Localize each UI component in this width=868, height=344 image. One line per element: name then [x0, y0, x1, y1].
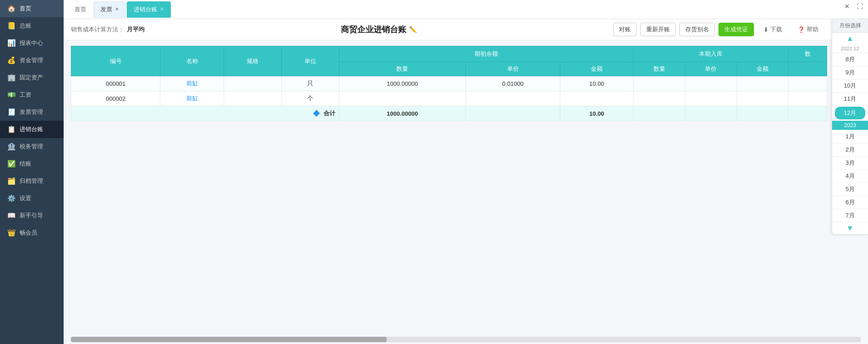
page-title: 商贸企业进销台账 ✏️ [341, 24, 417, 35]
month-7[interactable]: 7月 [832, 209, 868, 222]
tab-bar: 首页 发票 ✕ 进销台账 ✕ [64, 0, 868, 19]
row1-name-link[interactable]: 前缸 [186, 80, 198, 87]
sidebar-item-vip-label: 畅会员 [20, 229, 37, 237]
home-icon: 🏠 [7, 5, 16, 13]
sidebar-item-ledger[interactable]: 📒 总账 [0, 17, 64, 34]
total-extra [788, 106, 827, 121]
col-extra-header: 数 [788, 46, 827, 62]
cost-method-value: 月平均 [127, 25, 145, 34]
month-12[interactable]: 12月 [835, 107, 865, 120]
row1-ob-unit-price: 0.01000 [466, 76, 560, 91]
month-5[interactable]: 5月 [832, 183, 868, 196]
total-row: 🔷 合计 1000.00000 10.00 [71, 106, 827, 121]
col-spec-header: 规格 [224, 46, 282, 76]
col-ci-amount-header: 金额 [737, 62, 788, 76]
cost-method-label: 销售成本计算方法： [71, 25, 124, 34]
total-ob-quantity: 1000.00000 [339, 106, 466, 121]
sidebar-item-tax-label: 税务管理 [20, 143, 43, 151]
funds-icon: 💰 [7, 56, 16, 64]
month-panel-title: 月份选择 [832, 19, 868, 33]
close-account-icon: ✅ [7, 160, 16, 168]
scrollbar-thumb[interactable] [71, 337, 387, 342]
month-6[interactable]: 6月 [832, 196, 868, 209]
sidebar-item-close[interactable]: ✅ 结账 [0, 155, 64, 172]
tab-invoice[interactable]: 发票 ✕ [94, 1, 126, 18]
tab-home[interactable]: 首页 [68, 1, 93, 18]
row1-ob-amount: 10.00 [560, 76, 634, 91]
sidebar-item-tax[interactable]: 🏦 税务管理 [0, 138, 64, 155]
tab-invoice-close[interactable]: ✕ [115, 6, 119, 12]
close-window-button[interactable]: ✕ [843, 2, 852, 11]
sidebar-item-archive-label: 归档管理 [20, 177, 43, 185]
row1-ci-unit-price [685, 76, 737, 91]
guide-icon: 📖 [7, 211, 16, 220]
col-ob-unit-price-header: 单价 [466, 62, 560, 76]
tab-stock-ledger[interactable]: 进销台账 ✕ [127, 1, 171, 18]
col-unit-header: 单位 [281, 46, 339, 76]
row2-ob-quantity [339, 91, 466, 106]
sidebar-item-salary[interactable]: 💵 工资 [0, 86, 64, 103]
generate-voucher-button[interactable]: 生成凭证 [718, 23, 754, 36]
edit-title-icon[interactable]: ✏️ [409, 26, 417, 33]
total-ci-quantity [634, 106, 685, 121]
sidebar-item-home[interactable]: 🏠 首页 [0, 0, 64, 17]
content-area: 销售成本计算方法： 月平均 商贸企业进销台账 ✏️ 对账 重新开账 存货别名 生… [64, 19, 868, 344]
sidebar-item-invoice-mgmt[interactable]: 🧾 发票管理 [0, 103, 64, 121]
sidebar-item-stock-ledger[interactable]: 📋 进销台账 [0, 121, 64, 138]
month-9[interactable]: 9月 [832, 66, 868, 79]
sidebar-item-reports-label: 报表中心 [20, 39, 43, 47]
col-opening-balance-header: 期初余额 [339, 46, 634, 62]
total-ci-unit-price [685, 106, 737, 121]
sidebar-item-assets[interactable]: 🏢 固定资产 [0, 69, 64, 86]
month-3[interactable]: 3月 [832, 157, 868, 170]
sidebar-item-reports[interactable]: 📊 报表中心 [0, 34, 64, 52]
month-nav-down[interactable]: ▼ [832, 222, 868, 234]
sidebar-item-assets-label: 固定资产 [20, 74, 43, 82]
month-11[interactable]: 11月 [832, 93, 868, 106]
month-8[interactable]: 8月 [832, 53, 868, 66]
tab-stock-ledger-close[interactable]: ✕ [160, 6, 164, 12]
sidebar-item-funds-label: 资金管理 [20, 56, 43, 64]
sidebar-item-invoice-mgmt-label: 发票管理 [20, 108, 43, 116]
save-alias-button[interactable]: 存货别名 [679, 23, 715, 36]
col-current-inbound-header: 本期入库 [634, 46, 788, 62]
tab-stock-ledger-label: 进销台账 [134, 5, 157, 14]
col-name-header: 名称 [160, 46, 224, 76]
row2-name: 前缸 [160, 91, 224, 106]
row1-ob-quantity: 1000.00000 [339, 76, 466, 91]
month-4[interactable]: 4月 [832, 170, 868, 183]
sidebar-item-vip[interactable]: 👑 畅会员 [0, 224, 64, 241]
row2-name-link[interactable]: 前缸 [186, 95, 198, 102]
row2-ci-quantity [634, 91, 685, 106]
month-nav-up[interactable]: ▲ [832, 33, 868, 44]
col-extra-sub-header [788, 62, 827, 76]
tab-home-label: 首页 [75, 5, 86, 14]
reopen-button[interactable]: 重新开账 [640, 23, 676, 36]
month-2[interactable]: 2月 [832, 143, 868, 157]
sidebar-item-archive[interactable]: 🗂️ 归档管理 [0, 172, 64, 190]
table-row: 000002 前缸 个 [71, 91, 827, 106]
month-1[interactable]: 1月 [832, 130, 868, 143]
sidebar-item-funds[interactable]: 💰 资金管理 [0, 52, 64, 69]
maximize-window-button[interactable]: ⛶ [855, 2, 864, 11]
help-icon: ❓ [798, 26, 805, 33]
horizontal-scrollbar[interactable] [71, 337, 861, 342]
sidebar-item-settings[interactable]: ⚙️ 设置 [0, 190, 64, 207]
row2-ob-amount [560, 91, 634, 106]
col-ob-amount-header: 金额 [560, 62, 634, 76]
row2-spec [224, 91, 282, 106]
archive-icon: 🗂️ [7, 177, 16, 185]
month-10[interactable]: 10月 [832, 79, 868, 93]
help-button[interactable]: ❓ 帮助 [792, 23, 824, 36]
invoice-mgmt-icon: 🧾 [7, 108, 16, 116]
sidebar-item-home-label: 首页 [20, 5, 31, 13]
col-code-header: 编号 [71, 46, 160, 76]
col-ci-unit-price-header: 单价 [685, 62, 737, 76]
reconcile-button[interactable]: 对账 [613, 23, 637, 36]
page-title-text: 商贸企业进销台账 [341, 24, 406, 35]
sidebar-item-guide-label: 新手引导 [20, 211, 43, 220]
stock-ledger-table: 编号 名称 规格 单位 期初余额 本期入库 数 数量 单价 金额 数量 单价 [71, 46, 827, 121]
sidebar-item-guide[interactable]: 📖 新手引导 [0, 207, 64, 224]
download-button[interactable]: ⬇ 下载 [758, 23, 788, 36]
tax-icon: 🏦 [7, 143, 16, 151]
